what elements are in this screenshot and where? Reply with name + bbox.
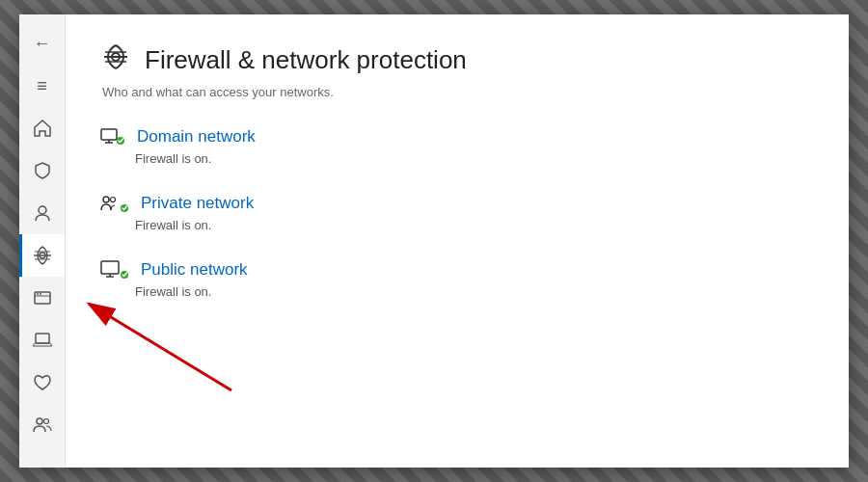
svg-rect-17 <box>101 261 119 274</box>
svg-point-15 <box>111 198 116 202</box>
domain-network-link[interactable]: Domain network <box>137 127 256 147</box>
svg-point-5 <box>40 293 41 295</box>
private-network-status: Firewall is on. <box>135 218 814 232</box>
sidebar-item-home[interactable] <box>19 107 65 149</box>
shield-icon <box>33 161 52 180</box>
sidebar-item-browser[interactable] <box>19 277 65 319</box>
laptop-icon <box>32 331 53 350</box>
public-network-row: Public network <box>100 259 814 281</box>
home-icon <box>33 119 52 138</box>
main-content: Firewall & network protection Who and wh… <box>66 14 849 468</box>
page-subtitle: Who and what can access your networks. <box>102 85 814 99</box>
sidebar-item-back[interactable]: ← <box>19 22 65 65</box>
sidebar-item-family-safety[interactable] <box>19 362 65 404</box>
private-network-icon <box>100 193 129 214</box>
page-header-icon <box>100 41 131 79</box>
svg-point-0 <box>39 206 46 214</box>
svg-rect-10 <box>101 129 117 140</box>
back-icon: ← <box>34 34 51 54</box>
domain-network-status: Firewall is on. <box>135 151 814 166</box>
sidebar-item-firewall[interactable] <box>19 234 65 277</box>
sidebar-item-app-control[interactable] <box>19 404 65 446</box>
public-network-link[interactable]: Public network <box>141 260 248 280</box>
network-item-private: Private network Firewall is on. <box>100 193 814 232</box>
firewall-icon <box>32 245 53 266</box>
menu-icon: ≡ <box>37 76 47 96</box>
sidebar-item-laptop[interactable] <box>19 319 65 362</box>
domain-network-icon <box>100 126 125 147</box>
domain-network-row: Domain network <box>100 126 814 147</box>
network-item-domain: Domain network Firewall is on. <box>100 126 814 166</box>
svg-point-14 <box>103 197 109 202</box>
public-network-icon <box>100 259 129 281</box>
public-network-status: Firewall is on. <box>135 284 814 299</box>
browser-icon <box>33 288 52 308</box>
private-network-link[interactable]: Private network <box>141 194 254 213</box>
svg-point-4 <box>37 293 39 295</box>
svg-point-8 <box>43 419 48 424</box>
private-network-row: Private network <box>100 193 814 214</box>
settings-window: ← ≡ <box>19 14 849 468</box>
svg-point-7 <box>37 418 42 424</box>
sidebar-item-account[interactable] <box>19 192 65 234</box>
page-header: Firewall & network protection <box>100 41 814 79</box>
sidebar-item-shield[interactable] <box>19 149 65 192</box>
people-icon <box>32 415 53 435</box>
sidebar-item-menu[interactable]: ≡ <box>19 65 65 107</box>
account-icon <box>33 203 52 223</box>
network-item-public: Public network Firewall is on. <box>100 259 814 299</box>
heart-icon <box>33 373 52 392</box>
sidebar: ← ≡ <box>19 14 66 468</box>
page-title: Firewall & network protection <box>145 45 467 75</box>
svg-rect-6 <box>36 334 49 343</box>
